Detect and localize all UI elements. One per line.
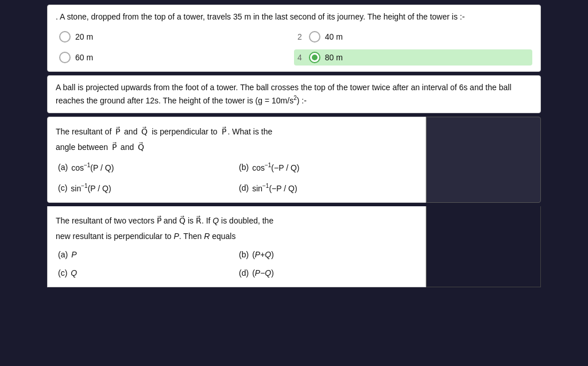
q4-text2: new resultant is perpendicular to P. The… bbox=[56, 230, 417, 242]
q1-label-4: 80 m bbox=[325, 53, 343, 62]
q1-radio-2[interactable] bbox=[309, 31, 320, 43]
q1-num-2: 2 bbox=[297, 32, 302, 41]
q3-option-d[interactable]: (d) sin−1(−P / Q) bbox=[237, 180, 417, 197]
q3-option-b[interactable]: (b) cos−1(−P / Q) bbox=[237, 159, 417, 176]
q2-text: A ball is projected upwards from the foo… bbox=[56, 83, 512, 105]
q1-option-1[interactable]: 20 m bbox=[56, 29, 294, 45]
question-3-container: The resultant of P⃗ and Q⃗ is perpendicu… bbox=[47, 117, 541, 203]
q1-radio-4[interactable] bbox=[309, 52, 320, 63]
q1-label-3: 60 m bbox=[75, 53, 93, 62]
q1-text: . A stone, dropped from the top of a tow… bbox=[56, 11, 532, 23]
q4-label-a: (a) bbox=[58, 248, 68, 261]
q4-label-d: (d) bbox=[239, 267, 249, 279]
q3-option-a[interactable]: (a) cos−1(P / Q) bbox=[56, 159, 237, 176]
q4-value-b: (P+Q) bbox=[252, 248, 274, 261]
q4-value-a: P bbox=[71, 248, 76, 261]
q4-label-c: (c) bbox=[58, 267, 67, 279]
q4-option-b[interactable]: (b) (P+Q) bbox=[237, 247, 417, 262]
q1-option-3[interactable]: 60 m bbox=[56, 49, 294, 66]
q1-radio-3[interactable] bbox=[59, 52, 71, 63]
q1-label-2: 40 m bbox=[325, 32, 343, 41]
q1-label-1: 20 m bbox=[75, 32, 93, 41]
q1-option-4[interactable]: 4 80 m bbox=[294, 49, 532, 66]
q3-label-d: (d) bbox=[239, 182, 249, 195]
q3-value-a: cos−1(P / Q) bbox=[71, 160, 114, 175]
q4-value-d: (P−Q) bbox=[252, 267, 274, 279]
question-1: . A stone, dropped from the top of a tow… bbox=[47, 5, 541, 72]
q4-label-b: (b) bbox=[239, 248, 249, 261]
q3-value-b: cos−1(−P / Q) bbox=[252, 160, 299, 175]
question-3: The resultant of P⃗ and Q⃗ is perpendicu… bbox=[47, 117, 426, 203]
q3-label-c: (c) bbox=[58, 182, 67, 195]
q3-label-b: (b) bbox=[239, 161, 249, 175]
q3-options: (a) cos−1(P / Q) (b) cos−1(−P / Q) (c) s… bbox=[56, 159, 417, 197]
q1-option-2[interactable]: 2 40 m bbox=[294, 29, 532, 45]
question-4: The resultant of two vectors P⃗ and Q⃗ i… bbox=[47, 206, 426, 287]
q3-heading: The resultant of P⃗ and Q⃗ is perpendicu… bbox=[56, 125, 417, 139]
question-2: A ball is projected upwards from the foo… bbox=[47, 75, 541, 113]
q4-option-d[interactable]: (d) (P−Q) bbox=[237, 265, 417, 280]
q4-dark-panel bbox=[426, 206, 541, 287]
q4-option-c[interactable]: (c) Q bbox=[56, 265, 237, 280]
q4-value-c: Q bbox=[71, 267, 77, 279]
q3-dark-panel bbox=[426, 117, 541, 203]
q4-option-a[interactable]: (a) P bbox=[56, 247, 237, 262]
q3-value-d: sin−1(−P / Q) bbox=[252, 181, 297, 195]
q4-text: The resultant of two vectors P⃗ and Q⃗ i… bbox=[56, 214, 417, 227]
q3-value-c: sin−1(P / Q) bbox=[71, 181, 111, 195]
q3-option-c[interactable]: (c) sin−1(P / Q) bbox=[56, 180, 237, 197]
q3-label-a: (a) bbox=[58, 161, 68, 175]
question-4-container: The resultant of two vectors P⃗ and Q⃗ i… bbox=[47, 206, 541, 287]
q3-subheading: angle between P⃗ and Q⃗ bbox=[56, 141, 417, 155]
q4-options: (a) P (b) (P+Q) (c) Q (d) (P−Q) bbox=[56, 247, 417, 281]
q1-num-4: 4 bbox=[297, 53, 302, 62]
q1-options: 20 m 2 40 m 60 m 4 80 m bbox=[56, 29, 532, 66]
q1-radio-1[interactable] bbox=[59, 31, 71, 43]
